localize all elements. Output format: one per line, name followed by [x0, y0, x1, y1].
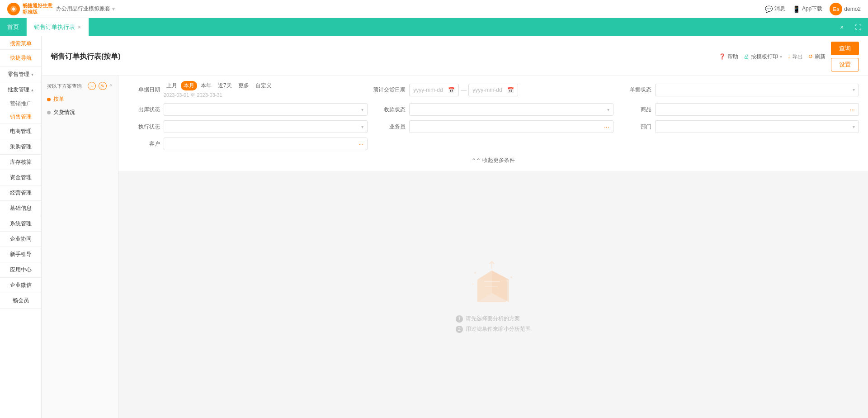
dept-select[interactable]: ▾: [655, 120, 859, 133]
goods-input[interactable]: ···: [655, 103, 859, 116]
sidebar-item-inventory[interactable]: 库存核算: [0, 155, 41, 170]
customer-input[interactable]: ···: [164, 138, 368, 150]
settings-button[interactable]: 设置: [831, 58, 859, 71]
receive-status-select[interactable]: ▾: [409, 103, 613, 116]
help-btn[interactable]: ❓ 帮助: [719, 53, 738, 61]
svg-point-5: [474, 272, 476, 274]
date-tag-custom[interactable]: 自定义: [253, 81, 274, 90]
help-label: 帮助: [727, 53, 738, 61]
sidebar-item-corp[interactable]: 企业协同: [0, 232, 41, 247]
salesperson-filter: 业务员 ···: [373, 120, 613, 133]
out-status-label: 出库状态: [127, 106, 164, 114]
sidebar-item-operations[interactable]: 经营管理: [0, 185, 41, 200]
sidebar-item-wechat[interactable]: 企业微信: [0, 278, 41, 293]
sidebar-finance-label: 资金管理: [10, 174, 32, 181]
print-icon: 🖨: [744, 53, 749, 60]
refresh-btn[interactable]: ↺ 刷新: [808, 53, 826, 61]
exec-status-arrow-icon: ▾: [361, 124, 363, 129]
sidebar-ecommerce-label: 电商管理: [10, 128, 32, 135]
filter-row-4: 客户 ···: [127, 138, 859, 150]
sidebar-section-basic: 基础信息: [0, 201, 41, 216]
date-tag-this-year[interactable]: 本年: [198, 81, 214, 90]
page-header: 销售订单执行表(按单) ❓ 帮助 🖨 按模板打印 ▾ ↓ 导出 ↺ 刷新: [42, 36, 868, 76]
hint-2-num: 2: [456, 326, 463, 333]
out-status-select[interactable]: ▾: [164, 103, 368, 116]
customer-label: 客户: [127, 140, 164, 148]
sidebar-section-operations: 经营管理: [0, 185, 41, 201]
sidebar-system-label: 系统管理: [10, 220, 32, 228]
doc-status-label: 单据状态: [619, 86, 655, 94]
dept-label: 部门: [619, 123, 655, 131]
plan-collapse-icon[interactable]: «: [109, 82, 113, 90]
tab-minimize-icon[interactable]: ×: [835, 21, 848, 33]
page-actions: ❓ 帮助 🖨 按模板打印 ▾ ↓ 导出 ↺ 刷新 查询: [719, 42, 859, 71]
top-bar-left: 畅捷通好生意 标准版 办公用品行业模拟账套 ▾: [7, 3, 115, 15]
svg-point-7: [472, 284, 474, 285]
tab-home[interactable]: 首页: [0, 18, 27, 36]
expected-date-start[interactable]: yyyy-mm-dd 📅: [409, 84, 459, 96]
filter-collapse-btn[interactable]: ⌃⌃ 收起更多条件: [466, 155, 520, 166]
export-icon: ↓: [788, 53, 790, 60]
sidebar-quick-nav-label[interactable]: 快捷导航: [0, 52, 41, 65]
sidebar-quick-nav[interactable]: 快捷导航: [0, 50, 41, 67]
filter-row-3: 执行状态 ▾ 业务员 ···: [127, 120, 859, 133]
sidebar-item-ecommerce[interactable]: 电商管理: [0, 124, 41, 139]
date-tag-this-month[interactable]: 本月: [181, 81, 197, 90]
sidebar-item-purchase[interactable]: 采购管理: [0, 139, 41, 154]
print-btn[interactable]: 🖨 按模板打印 ▾: [744, 53, 782, 61]
user-menu[interactable]: Ea demo2: [830, 3, 861, 15]
plan-header-icons: + ✎ «: [88, 82, 113, 90]
customer-more-icon[interactable]: ···: [359, 140, 364, 147]
tab-maximize-icon[interactable]: ⛶: [852, 21, 864, 33]
sidebar-item-newbie[interactable]: 新手引导: [0, 247, 41, 262]
sidebar-item-member[interactable]: 畅会员: [0, 293, 41, 308]
content-main: 单据日期 上月 本月 本年 近7天 更多 自定义 20: [118, 76, 868, 418]
exec-status-select[interactable]: ▾: [164, 120, 368, 133]
plan-item-by-order[interactable]: 按单: [42, 93, 118, 106]
filter-and-content: 按以下方案查询 + ✎ « 按单 欠货情况: [42, 76, 868, 418]
goods-more-icon[interactable]: ···: [849, 106, 855, 113]
sidebar: 搜索菜单 快捷导航 零售管理 ▾ 批发管理 ▴ 营销推广 销售管理 电商管理 采: [0, 36, 42, 418]
user-name: demo2: [844, 6, 861, 12]
export-btn[interactable]: ↓ 导出: [788, 53, 803, 61]
date-tag-last-month[interactable]: 上月: [164, 81, 180, 90]
sidebar-item-system[interactable]: 系统管理: [0, 216, 41, 231]
date-tag-more[interactable]: 更多: [236, 81, 252, 90]
doc-status-select[interactable]: ▾: [655, 84, 859, 96]
plan-add-icon[interactable]: +: [88, 82, 96, 90]
sidebar-section-retail: 零售管理 ▾: [0, 67, 41, 82]
tab-sales-order[interactable]: 销售订单执行表 ×: [27, 18, 89, 36]
sidebar-newbie-label: 新手引导: [10, 251, 32, 258]
customer-filter: 客户 ···: [127, 138, 368, 150]
sidebar-item-basic[interactable]: 基础信息: [0, 201, 41, 216]
plan-item-shortage[interactable]: 欠货情况: [42, 106, 118, 119]
empty-hints: 1 请先选择要分析的方案 2 用过滤条件来缩小分析范围: [456, 315, 531, 333]
salesperson-label: 业务员: [373, 123, 409, 131]
sidebar-item-sales[interactable]: 销售管理: [0, 110, 41, 124]
empty-state: 1 请先选择要分析的方案 2 用过滤条件来缩小分析范围: [118, 172, 868, 418]
sidebar-search[interactable]: 搜索菜单: [0, 36, 41, 50]
filter-panel: 单据日期 上月 本月 本年 近7天 更多 自定义 20: [118, 76, 868, 172]
logo-icon: [7, 3, 20, 15]
out-status-arrow-icon: ▾: [361, 107, 363, 112]
plan-edit-icon[interactable]: ✎: [99, 82, 107, 90]
expected-date-end[interactable]: yyyy-mm-dd 📅: [468, 84, 518, 96]
salesperson-input[interactable]: ···: [409, 120, 613, 133]
doc-status-filter: 单据状态 ▾: [619, 81, 859, 99]
sidebar-item-apps[interactable]: 应用中心: [0, 262, 41, 277]
sidebar-item-marketing[interactable]: 营销推广: [0, 97, 41, 110]
salesperson-more-icon[interactable]: ···: [604, 123, 609, 130]
breadcrumb-arrow-icon[interactable]: ▾: [112, 6, 115, 12]
sidebar-section-wholesale: 批发管理 ▴ 营销推广 销售管理: [0, 82, 41, 124]
sidebar-item-wholesale[interactable]: 批发管理 ▴: [0, 82, 41, 97]
app-download-btn[interactable]: 📱 App下载: [793, 5, 822, 13]
plan-item-shortage-label: 欠货情况: [53, 109, 75, 116]
tab-close-icon[interactable]: ×: [78, 24, 81, 30]
collapse-up-icon: ⌃⌃: [472, 157, 481, 164]
query-button[interactable]: 查询: [831, 42, 859, 55]
date-tag-7days[interactable]: 近7天: [215, 81, 235, 90]
out-status-filter: 出库状态 ▾: [127, 103, 368, 116]
sidebar-item-finance[interactable]: 资金管理: [0, 170, 41, 185]
sidebar-item-retail[interactable]: 零售管理 ▾: [0, 67, 41, 82]
message-btn[interactable]: 💬 消息: [765, 5, 785, 13]
